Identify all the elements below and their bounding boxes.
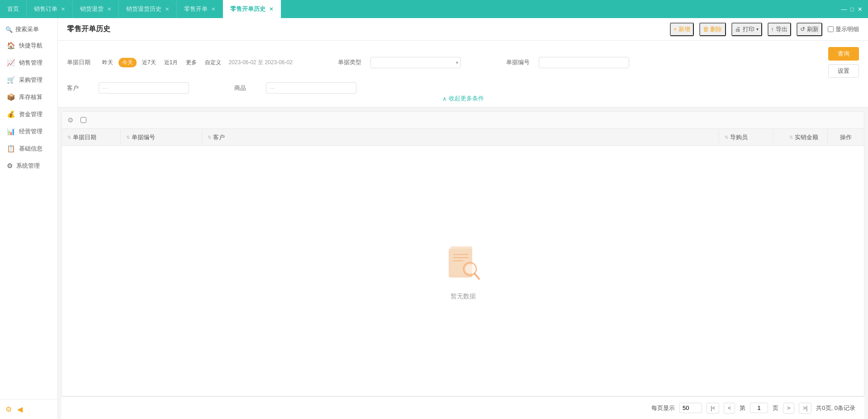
sidebar-item-system-label: 系统管理 <box>16 162 40 170</box>
ops-icon: 📊 <box>7 127 15 136</box>
table-header: ⇅ 单据日期 ⇅ 单据编号 ⇅ 客户 ⇅ 导购员 ⇅ 实销金额 <box>62 129 864 146</box>
tab-sales-order-close[interactable]: ✕ <box>61 6 65 12</box>
system-icon: ⚙ <box>7 162 13 170</box>
page-next-button[interactable]: > <box>783 403 794 414</box>
sidebar-item-ops[interactable]: 📊 经营管理 <box>0 123 57 140</box>
query-button[interactable]: 查询 <box>828 47 859 61</box>
svg-line-7 <box>474 273 479 279</box>
tab-retail-history-close[interactable]: ✕ <box>269 6 273 12</box>
table-toolbar: ⚙ <box>62 112 864 129</box>
page-number-input[interactable] <box>750 403 768 413</box>
sort-customer-icon: ⇅ <box>208 135 211 140</box>
collapse-label: 收起更多条件 <box>449 94 484 103</box>
export-icon: ↑ <box>771 26 774 33</box>
sidebar-search[interactable]: 🔍 搜索采单 <box>0 22 57 37</box>
sort-guide-icon: ⇅ <box>725 135 728 140</box>
refresh-button[interactable]: ↺ 刷新 <box>797 23 822 36</box>
page-size-select[interactable]: 50 100 200 <box>679 403 702 413</box>
close-icon[interactable]: ✕ <box>858 6 863 13</box>
th-op: 操作 <box>828 130 864 145</box>
page-prev-button[interactable]: < <box>724 403 735 414</box>
tab-retail[interactable]: 零售开单 ✕ <box>177 0 223 18</box>
collapse-arrow-icon: ∧ <box>442 95 447 102</box>
sidebar-bottom: ⚙ ◀ <box>0 399 57 419</box>
date-range-display: 2023-06-02 至 2023-06-02 <box>228 59 292 66</box>
home-icon: 🏠 <box>7 42 15 50</box>
empty-text: 暂无数据 <box>451 292 476 301</box>
filter-row-2: 客户 ··· 商品 ··· <box>67 82 859 94</box>
export-label: 导出 <box>776 25 787 33</box>
th-guide: ⇅ 导购员 <box>719 130 773 145</box>
svg-point-6 <box>465 264 474 273</box>
date-shortcuts: 昨天 今天 近7天 近1月 更多 自定义 2023-06-02 至 2023-0… <box>100 58 293 67</box>
th-customer: ⇅ 客户 <box>202 130 719 145</box>
sales-icon: 📈 <box>7 59 15 67</box>
finance-icon: 💰 <box>7 110 15 118</box>
delete-button[interactable]: 🗑 删除 <box>699 23 726 36</box>
tab-return-history[interactable]: 销货退货历史 ✕ <box>119 0 177 18</box>
sidebar-item-sales[interactable]: 📈 销售管理 <box>0 54 57 71</box>
th-amount-label: 实销金额 <box>795 133 818 141</box>
type-select[interactable] <box>370 57 461 68</box>
sidebar-item-purchase-label: 采购管理 <box>19 76 43 84</box>
page-title: 零售开单历史 <box>67 24 110 34</box>
th-op-label: 操作 <box>840 133 852 141</box>
settings-bottom-icon[interactable]: ⚙ <box>5 405 12 414</box>
tab-return-label: 销货退货 <box>80 5 104 13</box>
display-detail-checkbox[interactable] <box>828 26 834 32</box>
th-date: ⇅ 单据日期 <box>62 130 121 145</box>
tab-sales-order[interactable]: 销售订单 ✕ <box>27 0 73 18</box>
table-area: ⚙ ⇅ 单据日期 ⇅ 单据编号 ⇅ 客户 ⇅ 导购员 <box>62 111 864 396</box>
date-1month[interactable]: 近1月 <box>161 58 181 67</box>
customer-input-wrap[interactable]: ··· <box>99 82 189 94</box>
tab-retail-history[interactable]: 零售开单历史 ✕ <box>223 0 281 18</box>
setting-button[interactable]: 设置 <box>828 64 859 78</box>
table-select-all-checkbox[interactable] <box>81 117 86 123</box>
sidebar-search-label: 搜索采单 <box>15 25 39 33</box>
date-more[interactable]: 更多 <box>183 58 199 67</box>
sidebar-item-base[interactable]: 📋 基础信息 <box>0 140 57 157</box>
top-tab-bar: 首页 销售订单 ✕ 销货退货 ✕ 销货退货历史 ✕ 零售开单 ✕ 零售开单历史 … <box>0 0 868 18</box>
search-icon: 🔍 <box>5 26 13 33</box>
page-last-button[interactable]: >| <box>799 403 811 414</box>
sidebar-item-sales-label: 销售管理 <box>19 59 43 67</box>
sidebar-item-inventory[interactable]: 📦 库存核算 <box>0 89 57 106</box>
date-yesterday[interactable]: 昨天 <box>100 58 116 67</box>
page-first-button[interactable]: |< <box>707 403 719 414</box>
maximize-icon[interactable]: □ <box>850 6 854 13</box>
tab-return[interactable]: 销货退货 ✕ <box>73 0 119 18</box>
sort-no-icon: ⇅ <box>126 135 130 140</box>
tab-retail-close[interactable]: ✕ <box>211 6 215 12</box>
date-7days[interactable]: 近7天 <box>139 58 159 67</box>
sidebar-item-quick-nav-label: 快捷导航 <box>19 42 43 50</box>
button-area: 查询 设置 <box>828 47 859 78</box>
sidebar-item-quick-nav[interactable]: 🏠 快捷导航 <box>0 37 57 54</box>
sort-date-icon: ⇅ <box>67 135 71 140</box>
sidebar-item-finance[interactable]: 💰 资金管理 <box>0 106 57 123</box>
minimize-icon[interactable]: — <box>841 6 847 13</box>
date-filter-label: 单据日期 <box>67 58 90 66</box>
export-button[interactable]: ↑ 导出 <box>768 23 792 36</box>
tab-return-close[interactable]: ✕ <box>107 6 111 12</box>
tab-return-history-close[interactable]: ✕ <box>165 6 169 12</box>
sidebar-item-system[interactable]: ⚙ 系统管理 <box>0 157 57 174</box>
goods-filter-label: 商品 <box>234 84 257 92</box>
date-custom[interactable]: 自定义 <box>202 58 224 67</box>
print-button[interactable]: 🖨 打印 ▾ <box>731 23 762 36</box>
date-today[interactable]: 今天 <box>119 58 137 67</box>
tab-home[interactable]: 首页 <box>0 0 27 18</box>
collapse-sidebar-icon[interactable]: ◀ <box>17 405 23 414</box>
page-word-first: 第 <box>740 404 745 412</box>
collapse-bar[interactable]: ∧ 收起更多条件 <box>67 94 859 103</box>
sidebar-item-purchase[interactable]: 🛒 采购管理 <box>0 71 57 89</box>
no-filter-label: 单据编号 <box>506 58 530 66</box>
table-settings-icon[interactable]: ⚙ <box>67 116 73 124</box>
print-icon: 🖨 <box>735 26 741 33</box>
goods-input-wrap[interactable]: ··· <box>266 82 356 94</box>
type-filter-label: 单据类型 <box>338 58 361 66</box>
no-input[interactable] <box>539 57 629 68</box>
th-date-label: 单据日期 <box>73 133 96 141</box>
purchase-icon: 🛒 <box>7 76 15 84</box>
new-button[interactable]: + 新增 <box>670 23 694 36</box>
display-detail-toggle[interactable]: 显示明细 <box>828 25 859 33</box>
